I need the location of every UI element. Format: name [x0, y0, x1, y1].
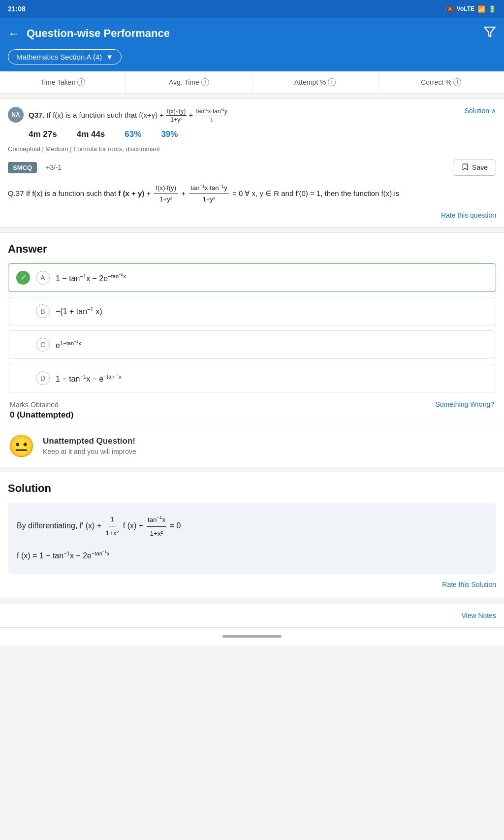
chevron-up-icon: ∧ — [491, 107, 496, 115]
unattempted-text-area: Unattempted Question! Keep at it and you… — [43, 436, 136, 455]
option-d-text: 1 − tan−1x − e−tan−1x — [56, 373, 122, 384]
page-title: Question-wise Performance — [27, 27, 170, 40]
option-b-text: −(1 + tan−1 x) — [56, 306, 102, 316]
option-a-text: 1 − tan−1x − 2e−tan−1x — [56, 272, 126, 283]
marks-info: +3/-1 — [46, 163, 62, 171]
question-header: NA Q37. If f(x) is a function such that … — [8, 107, 496, 125]
option-b-row[interactable]: B −(1 + tan−1 x) — [8, 297, 496, 325]
correct-check-icon: ✓ — [16, 271, 30, 285]
q-stat-correct-pct: 39% — [161, 129, 178, 139]
option-b-circle: B — [36, 304, 50, 318]
q-stat-attempt-pct: 63% — [125, 129, 141, 139]
rate-question-link[interactable]: Rate this question — [8, 211, 496, 219]
smcq-badge: SMCQ — [8, 162, 37, 173]
q-stat-time-taken: 4m 27s — [29, 129, 57, 139]
info-icon-time[interactable]: i — [77, 78, 85, 86]
answer-title: Answer — [8, 243, 496, 256]
chevron-down-icon: ▼ — [106, 53, 113, 61]
solution-title: Solution — [8, 482, 496, 495]
rate-solution-link[interactable]: Rate this Solution — [8, 581, 496, 588]
question-title-area: Q37. If f(x) is a function such that f(x… — [29, 107, 228, 125]
bottom-bar — [0, 627, 504, 645]
back-button[interactable]: ← — [8, 27, 20, 40]
battery-icon: 🔋 — [488, 5, 496, 13]
section-label: Mathematics Section A (4) — [16, 53, 102, 61]
view-notes-link[interactable]: View Notes — [0, 603, 504, 627]
question-title-line: Q37. If f(x) is a function such that f(x… — [29, 107, 228, 125]
unattempted-box: 😐 Unattempted Question! Keep at it and y… — [0, 425, 504, 467]
network-icon: VoLTE — [457, 5, 474, 12]
solution-box: By differentiating, f′ (x) + 1 1+x² f (x… — [8, 503, 496, 574]
save-button[interactable]: Save — [453, 160, 496, 176]
question-number: Q37. — [29, 111, 45, 119]
badge-row: SMCQ +3/-1 Save — [8, 160, 496, 176]
option-d-circle: D — [36, 371, 50, 385]
signal-icon: 📶 — [477, 5, 485, 13]
stat-time-taken: Time Taken i — [0, 71, 126, 93]
unattempted-emoji: 😐 — [8, 435, 35, 457]
header: ← Question-wise Performance — [0, 18, 504, 49]
question-header-left: NA Q37. If f(x) is a function such that … — [8, 107, 228, 125]
info-icon-correct[interactable]: i — [453, 78, 461, 86]
question-tags: Conceptual | Medium | Formula for roots,… — [8, 145, 496, 153]
question-card: NA Q37. If f(x) is a function such that … — [0, 98, 504, 227]
stats-row: Time Taken i Avg. Time i Attempt % i Cor… — [0, 71, 504, 94]
stat-avg-time: Avg. Time i — [126, 71, 252, 93]
mute-icon: 🔕 — [446, 5, 454, 13]
status-bar: 21:08 🔕 VoLTE 📶 🔋 — [0, 0, 504, 18]
marks-obtained-area: Marks Obtained 0 (Unattempted) — [10, 400, 73, 420]
home-indicator — [222, 635, 282, 638]
marks-row: Marks Obtained 0 (Unattempted) Something… — [8, 400, 496, 420]
avatar: NA — [8, 107, 24, 123]
solution-line-1: By differentiating, f′ (x) + 1 1+x² f (x… — [17, 513, 487, 540]
info-icon-attempt[interactable]: i — [328, 78, 336, 86]
question-short-text: If f(x) is a function such that f(x+y) +… — [47, 111, 228, 119]
option-a-row[interactable]: ✓ A 1 − tan−1x − 2e−tan−1x — [8, 263, 496, 292]
solution-math: By differentiating, f′ (x) + 1 1+x² f (x… — [17, 513, 487, 564]
status-icons: 🔕 VoLTE 📶 🔋 — [446, 5, 496, 13]
header-left: ← Question-wise Performance — [8, 27, 170, 40]
answer-section: Answer ✓ A 1 − tan−1x − 2e−tan−1x B −(1 … — [0, 232, 504, 425]
solution-section: Solution By differentiating, f′ (x) + 1 … — [0, 472, 504, 598]
stat-correct-pct: Correct % i — [378, 71, 504, 93]
option-d-row[interactable]: D 1 − tan−1x − e−tan−1x — [8, 364, 496, 392]
filter-icon[interactable] — [483, 26, 496, 41]
option-c-circle: C — [36, 338, 50, 352]
math-question-body: Q.37 If f(x) is a function such that f (… — [8, 183, 496, 205]
section-bar: Mathematics Section A (4) ▼ — [0, 49, 504, 71]
question-text: Q.37 If f(x) is a function such that f (… — [8, 183, 496, 205]
status-time: 21:08 — [8, 5, 26, 13]
option-c-row[interactable]: C e1−tan−1x — [8, 330, 496, 359]
option-a-circle: A — [36, 271, 50, 285]
something-wrong-link[interactable]: Something Wrong? — [435, 400, 494, 408]
solution-link[interactable]: Solution ∧ — [464, 107, 496, 115]
option-c-text: e1−tan−1x — [56, 339, 81, 350]
info-icon-avg[interactable]: i — [201, 78, 209, 86]
q-stat-avg-time: 4m 44s — [77, 129, 105, 139]
section-selector[interactable]: Mathematics Section A (4) ▼ — [8, 49, 122, 65]
stat-attempt-pct: Attempt % i — [252, 71, 378, 93]
solution-line-2: f (x) = 1 − tan−1x − 2e−tan−1x — [17, 548, 487, 564]
question-stats: 4m 27s 4m 44s 63% 39% — [29, 129, 496, 139]
bookmark-icon — [461, 163, 469, 172]
svg-marker-0 — [484, 27, 495, 37]
